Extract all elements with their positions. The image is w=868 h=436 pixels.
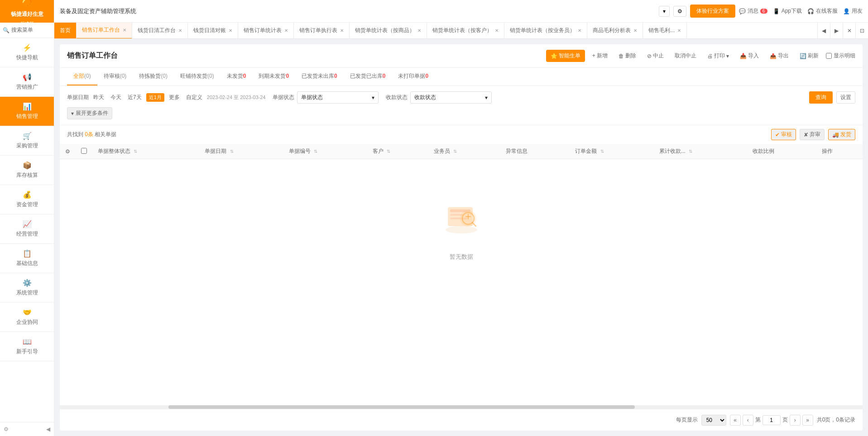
delete-btn[interactable]: 🗑 删除 — [615, 50, 640, 62]
page-last-btn[interactable]: » — [802, 415, 813, 426]
date-opt-today[interactable]: 今天 — [109, 93, 123, 102]
tab-sales-stats[interactable]: 销货单统计表（按业务员） ✕ — [504, 23, 587, 39]
sub-tab-wangpu[interactable]: 旺铺待发货(0) — [174, 68, 221, 85]
sub-tab-unshipped[interactable]: 未发货0 — [221, 68, 253, 85]
tab-close-salesstaff[interactable]: ✕ — [578, 28, 581, 33]
tab-reconcile[interactable]: 钱货日清对账 ✕ — [188, 23, 238, 39]
sidebar-item-basic[interactable]: 📋 基础信息 — [0, 244, 54, 273]
sidebar-item-system[interactable]: ⚙️ 系统管理 — [0, 273, 54, 303]
date-opt-yesterday[interactable]: 昨天 — [91, 93, 106, 102]
tab-stats[interactable]: 销售订单统计表 ✕ — [238, 23, 294, 39]
payment-select[interactable]: 收款状态 ▾ — [410, 91, 492, 104]
sub-tab-all[interactable]: 全部(0) — [67, 68, 97, 85]
show-detail-input[interactable] — [826, 53, 832, 59]
page-input[interactable] — [762, 415, 781, 425]
messages-btn[interactable]: 💬 消息 6 — [739, 7, 767, 15]
sidebar-item-finance[interactable]: 💰 资金管理 — [0, 185, 54, 214]
tab-daily-cash[interactable]: 钱货日清工作台 ✕ — [132, 23, 188, 39]
show-detail-checkbox[interactable]: 显示明细 — [826, 52, 855, 60]
service-icon: 🎧 — [807, 8, 814, 14]
import-btn[interactable]: 📥 导入 — [736, 50, 762, 62]
export-btn[interactable]: 📤 导出 — [766, 50, 792, 62]
header-actions: 💬 消息 6 📱 App下载 🎧 在线客服 👤 用友 — [739, 7, 863, 15]
tab-goods-stats[interactable]: 销货单统计表（按商品） ✕ — [350, 23, 427, 39]
smart-btn[interactable]: ⭐ 智能生单 — [546, 50, 585, 62]
basic-icon: 📋 — [23, 249, 32, 258]
sidebar-item-newbie[interactable]: 📖 新手引导 — [0, 332, 54, 361]
tab-close-goods[interactable]: ✕ — [417, 28, 421, 33]
number-sort-icon: ⇅ — [314, 149, 317, 154]
tab-close-profit[interactable]: ✕ — [633, 28, 637, 33]
pagination-nav: « ‹ 第 页 › » — [730, 415, 813, 426]
sidebar-item-enterprise[interactable]: 🤝 企业协同 — [0, 303, 54, 332]
tab-next-btn[interactable]: ▶ — [830, 23, 843, 39]
stop-btn[interactable]: ⊘ 中止 — [643, 50, 667, 62]
scrollbar-area[interactable] — [60, 405, 863, 409]
tab-close-customer[interactable]: ✕ — [495, 28, 499, 33]
tab-sale-profit[interactable]: 销售毛利... ✕ — [643, 23, 687, 39]
date-opt-custom[interactable]: 自定义 — [184, 93, 204, 102]
date-opt-1month[interactable]: 近1月 — [146, 93, 164, 102]
settings-btn[interactable]: ⚙ — [673, 6, 686, 17]
cancel-stop-btn[interactable]: 取消中止 — [671, 50, 700, 62]
audit-btn[interactable]: ✔ 审核 — [771, 129, 796, 140]
tab-home[interactable]: 首页 — [54, 23, 77, 39]
tab-sales-workbench[interactable]: 销售订单工作台 ✕ — [77, 23, 132, 39]
sidebar-item-quick[interactable]: ⚡ 快捷导航 — [0, 38, 54, 67]
sub-tab-shipped-out[interactable]: 已发货已出库0 — [344, 68, 392, 85]
col-cumulative: 累计收款... ⇅ — [654, 144, 748, 159]
add-btn[interactable]: + 新增 — [589, 50, 611, 62]
tab-profit[interactable]: 商品毛利分析表 ✕ — [587, 23, 643, 39]
sidebar-item-search[interactable]: 🔍 搜索菜单 — [0, 23, 54, 38]
user-menu[interactable]: 👤 用友 — [843, 7, 863, 15]
page-suffix: 页 — [782, 416, 788, 424]
per-page-select[interactable]: 50 20 100 — [701, 415, 726, 426]
collapse-icon[interactable]: ◀ — [46, 426, 50, 432]
system-dropdown[interactable]: ▾ — [659, 6, 670, 17]
select-all-checkbox[interactable] — [81, 148, 87, 154]
sub-tab-overdue[interactable]: 到期未发货0 — [252, 68, 295, 85]
sidebar-item-purchase[interactable]: 🛒 采购管理 — [0, 126, 54, 156]
sub-tab-unprinted[interactable]: 未打印单据0 — [392, 68, 435, 85]
experience-btn[interactable]: 体验行业方案 — [690, 5, 735, 18]
expand-filter-btn[interactable]: ▾ 展开更多条件 — [67, 107, 112, 119]
tab-close-daily[interactable]: ✕ — [178, 28, 182, 33]
date-opt-7days[interactable]: 近7天 — [126, 93, 144, 102]
app-download-btn[interactable]: 📱 App下载 — [773, 7, 802, 15]
settings-col-icon[interactable]: ⚙ — [65, 148, 70, 155]
sidebar-item-inventory[interactable]: 📦 库存核算 — [0, 156, 54, 185]
sub-tab-shipped-no-out[interactable]: 已发货未出库0 — [295, 68, 344, 85]
audit-icon: ✔ — [775, 132, 780, 138]
tab-prev-btn[interactable]: ◀ — [817, 23, 830, 39]
tab-customer-stats[interactable]: 销货单统计表（按客户） ✕ — [427, 23, 504, 39]
sub-tab-pending[interactable]: 待审核(0) — [97, 68, 133, 85]
ship-btn[interactable]: 🚚 发货 — [828, 129, 855, 140]
tab-close-exec[interactable]: ✕ — [340, 28, 344, 33]
online-service-btn[interactable]: 🎧 在线客服 — [807, 7, 838, 15]
query-btn[interactable]: 查询 — [809, 91, 833, 104]
tab-expand-btn[interactable]: ⊡ — [855, 23, 868, 39]
cancel-audit-btn[interactable]: ✘ 弃审 — [800, 129, 825, 140]
payment-placeholder: 收款状态 — [414, 94, 436, 101]
settings-icon[interactable]: ⚙ — [4, 426, 9, 432]
status-select[interactable]: 单据状态 ▾ — [297, 91, 379, 104]
print-btn[interactable]: 🖨 打印 ▾ — [704, 50, 733, 62]
tab-close-stats[interactable]: ✕ — [284, 28, 288, 33]
tab-close-sales[interactable]: ✕ — [123, 28, 126, 33]
sidebar-item-marketing[interactable]: 📢 营销推广 — [0, 67, 54, 97]
filter-settings-btn[interactable]: 设置 — [836, 91, 855, 104]
messages-label: 消息 — [748, 7, 758, 15]
refresh-btn[interactable]: 🔄 刷新 — [796, 50, 822, 62]
sub-tab-picking[interactable]: 待拣验货(0) — [133, 68, 174, 85]
tab-exec[interactable]: 销售订单执行表 ✕ — [294, 23, 350, 39]
page-prev-btn[interactable]: ‹ — [743, 415, 753, 426]
scrollbar-thumb[interactable] — [168, 405, 635, 409]
tab-close-all-btn[interactable]: ✕ — [843, 23, 855, 39]
tab-close-reconcile[interactable]: ✕ — [229, 28, 232, 33]
tab-close-saleprofit[interactable]: ✕ — [677, 28, 681, 33]
sidebar-item-sales[interactable]: 📊 销售管理 — [0, 97, 54, 126]
page-next-btn[interactable]: › — [790, 415, 801, 426]
page-first-btn[interactable]: « — [730, 415, 741, 426]
date-opt-more[interactable]: 更多 — [167, 93, 182, 102]
sidebar-item-operations[interactable]: 📈 经营管理 — [0, 214, 54, 244]
